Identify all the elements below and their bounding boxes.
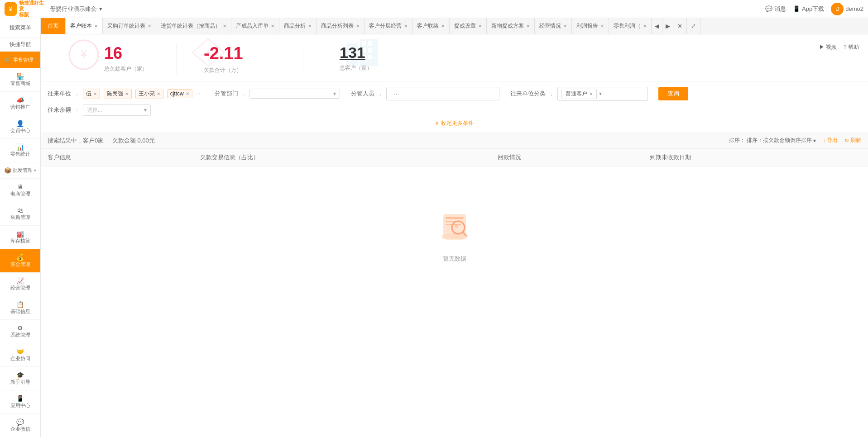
department-select[interactable]: ▾ (249, 89, 340, 99)
results-actions: 排序： 排序：按欠款金额倒序排序 ▾ ↑ 导出 ↻ 刷新 (729, 137, 861, 144)
sidebar-item-app-center[interactable]: 📱 应用中心 (0, 390, 40, 414)
tab-close-operations[interactable]: ✕ (563, 24, 567, 28)
marketing-icon: 📣 (16, 96, 24, 104)
logo-text: 畅捷通好生意 标版 (19, 0, 45, 18)
expand-icon: ▾ (34, 57, 37, 62)
category-select[interactable]: 普通客户 ✕ ▾ (557, 87, 648, 101)
tab-close-product-analysis-list[interactable]: ✕ (356, 24, 360, 28)
filter-tag-close-cjttcw[interactable]: ✕ (186, 91, 189, 96)
tab-close-purchase-stats[interactable]: ✕ (148, 24, 151, 28)
tab-close-proposal-settings[interactable]: ✕ (478, 24, 482, 28)
help-button[interactable]: ? 帮助 (844, 43, 859, 51)
message-button[interactable]: 💬 消息 (765, 5, 786, 13)
tab-close-all-btn[interactable]: ✕ (673, 18, 687, 34)
tab-prev-btn[interactable]: ◀ (652, 18, 662, 34)
sidebar-item-inventory[interactable]: 🏭 库存核算 (0, 226, 40, 249)
tab-proposal-settings[interactable]: 提成设置 ✕ (450, 18, 487, 34)
sidebar-item-system[interactable]: ⚙ 系统管理 (0, 320, 40, 343)
sidebar-item-finance[interactable]: 💰 资金管理 (0, 249, 40, 273)
system-icon: ⚙ (17, 324, 23, 332)
tab-product-inbound[interactable]: 产成品入库单 ✕ (231, 18, 279, 34)
filter-tag-cjttcw[interactable]: cjttcw ✕ (167, 89, 192, 98)
tab-retail-profit[interactable]: 零售利润（ ✕ (609, 18, 652, 34)
col-overdue-date: 到期未收款日期 (643, 149, 868, 166)
tab-expand-btn[interactable]: ⤢ (687, 18, 700, 34)
tab-home[interactable]: 首页 (41, 18, 66, 34)
sidebar-item-marketing[interactable]: 📣 营销推广 (0, 92, 40, 115)
sidebar-item-operations-mgmt[interactable]: 📈 经营管理 (0, 273, 40, 296)
sidebar-item-newbie[interactable]: 🎓 新手引导 (0, 367, 40, 390)
sidebar-search-section: 搜索菜单 (0, 18, 40, 38)
sidebar-item-retail-stats[interactable]: 📊 零售统计 (0, 139, 40, 162)
filter-more-units[interactable]: ··· (196, 90, 201, 97)
phone-icon: 📱 (793, 5, 800, 12)
tab-purchase-order-stats[interactable]: 采购订单统计表 ✕ (103, 18, 156, 34)
tab-profit-report[interactable]: 利润报告 ✕ (572, 18, 609, 34)
chevron-down-icon3: ▾ (144, 107, 147, 113)
tab-inbound-stats[interactable]: 进货单统计表（按商品） ✕ (156, 18, 231, 34)
query-button[interactable]: 查询 (658, 87, 688, 100)
category-tag: 普通客户 ✕ (561, 89, 597, 99)
tab-close-customer-contact[interactable]: ✕ (441, 24, 445, 28)
filter-tag-close-wang[interactable]: ✕ (157, 91, 160, 96)
sidebar-item-ecommerce[interactable]: 🖥 电商管理 (0, 179, 40, 202)
empty-icon (432, 203, 477, 248)
filter-tag-wang[interactable]: 王小亮 ✕ (135, 89, 163, 99)
tab-product-analysis-list[interactable]: 商品分析列表 ✕ (317, 18, 364, 34)
sidebar-item-enterprise-wechat[interactable]: 💬 企业微信 (0, 414, 40, 437)
tab-bar: 首页 客户账本 ✕ 采购订单统计表 ✕ 进货单统计表（按商品） ✕ 产成品入库单… (41, 18, 868, 34)
refresh-button[interactable]: ↻ 刷新 (844, 137, 861, 144)
basic-icon: 📋 (16, 301, 24, 308)
filter-tag-close-wu[interactable]: ✕ (93, 91, 97, 96)
stat-total-clients: 131 总客户（家） (303, 43, 390, 74)
top-bar-right: 💬 消息 📱 App下载 D demo2 (765, 3, 863, 15)
logo-icon: ¥ (5, 2, 17, 16)
tab-operations[interactable]: 经营情况 ✕ (535, 18, 572, 34)
sidebar-item-retail-mall[interactable]: 🏪 零售商城 (0, 68, 40, 92)
user-menu[interactable]: D demo2 (831, 3, 863, 15)
app-download-button[interactable]: 📱 App下载 (793, 5, 824, 13)
tab-close-customer-segment[interactable]: ✕ (404, 24, 408, 28)
collapse-button[interactable]: ∧ 收起更多条件 (48, 119, 861, 127)
sidebar-item-member-center[interactable]: 👤 会员中心 (0, 115, 40, 139)
sidebar-item-enterprise[interactable]: 🤝 企业协同 (0, 343, 40, 367)
balance-select[interactable]: 选择... ▾ (83, 104, 151, 116)
export-button[interactable]: ↑ 导出 (823, 137, 838, 144)
account-selector[interactable]: 母婴行业演示账套 ▾ (45, 5, 109, 13)
tab-customer-segment[interactable]: 客户分层经营 ✕ (364, 18, 412, 34)
filter-tag-chen[interactable]: 陈民强 ✕ (104, 89, 132, 99)
sort-select[interactable]: 排序： 排序：按欠款金额倒序排序 ▾ (729, 137, 816, 144)
sidebar-item-batch-mgmt[interactable]: 📦 批发管理 ▾ (0, 162, 40, 179)
tab-new-proposal[interactable]: 新增提成方案 ✕ (487, 18, 535, 34)
tab-next-btn[interactable]: ▶ (662, 18, 673, 34)
person-select[interactable]: ··· (386, 87, 499, 100)
category-tag-close[interactable]: ✕ (589, 91, 593, 96)
sidebar-item-purchase[interactable]: 🛍 采购管理 (0, 202, 40, 226)
sidebar: 搜索菜单 快捷导航 🛒 零售管理 ▾ 🏪 零售商城 📣 营销推广 👤 会员中心 (0, 18, 41, 437)
chevron-down-icon: ▾ (333, 90, 336, 97)
filter-tag-close-chen[interactable]: ✕ (125, 91, 129, 96)
sidebar-item-basic-info[interactable]: 📋 基础信息 (0, 296, 40, 320)
tab-close-inbound-stats[interactable]: ✕ (223, 24, 226, 28)
tab-close-profit-report[interactable]: ✕ (600, 24, 604, 28)
tab-close-product-analysis[interactable]: ✕ (308, 24, 312, 28)
tab-close-new-proposal[interactable]: ✕ (526, 24, 530, 28)
stat-label-clients: 总客户（家） (340, 64, 372, 72)
tab-close-retail-profit[interactable]: ✕ (643, 24, 647, 28)
tab-customer-contact[interactable]: 客户联络 ✕ (412, 18, 450, 34)
newbie-icon: 🎓 (16, 371, 24, 379)
tab-customer-ledger[interactable]: 客户账本 ✕ (66, 18, 103, 34)
tab-close-product-inbound[interactable]: ✕ (271, 24, 274, 28)
video-button[interactable]: ▶ 视频 (819, 43, 837, 51)
quick-nav-button[interactable]: 快捷导航 (0, 38, 40, 52)
expand-icon2: ▾ (34, 168, 36, 173)
search-menu-button[interactable]: 搜索菜单 (4, 22, 37, 34)
tab-close-customer-ledger[interactable]: ✕ (94, 24, 98, 28)
sidebar-item-retail-mgmt[interactable]: 🛒 零售管理 ▾ (0, 52, 40, 68)
category-label: 往来单位分类 (510, 90, 546, 98)
sort-arrow-icon: ▾ (813, 138, 816, 144)
filter-tag-wu[interactable]: 伍 ✕ (83, 89, 100, 99)
stat-value-debt: -2.11 (204, 43, 243, 64)
tab-product-analysis[interactable]: 商品分析 ✕ (279, 18, 317, 34)
enterprise-icon: 🤝 (16, 348, 24, 355)
